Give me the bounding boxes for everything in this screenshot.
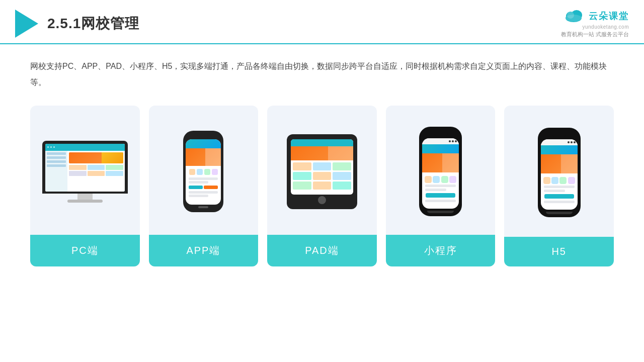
h5-image-area [504,106,614,237]
h5-icon-2 [551,177,558,184]
app-btn-row [187,185,219,190]
page-title: 2.5.1网校管理 [47,14,139,33]
miniprogram-image-area [386,106,496,235]
mini-icon-3 [441,176,448,183]
pad-tablet-mockup [287,134,357,209]
h5-phone-outer [538,128,581,217]
pc-label: PC端 [30,235,140,266]
pad-row-2 [293,172,351,180]
app-screen-banner [186,148,221,166]
h5-label: H5 [504,237,614,266]
header-left: 2.5.1网校管理 [15,10,139,38]
pad-card-5 [313,172,332,180]
app-line-3 [189,191,218,194]
h5-icon-3 [559,177,567,184]
pc-sidebar-item-2 [47,156,66,159]
h5-status-2 [571,141,573,143]
pc-screen-outer [42,141,128,194]
h5-btn [544,194,574,199]
pad-tablet-outer [287,134,357,209]
app-phone-home [198,206,208,208]
pc-card-3 [106,165,123,170]
h5-notch-area [541,134,578,137]
main-content: 网校支持PC、APP、PAD、小程序、H5，实现多端打通，产品各终端自由切换，数… [0,44,644,277]
h5-icon-1 [543,177,550,184]
pad-card-2 [313,162,332,170]
mini-top-bar [422,144,459,153]
h5-status-3 [574,141,576,143]
pad-tablet-screen [291,139,353,195]
pad-card-4 [293,172,311,180]
h5-banner [541,154,578,173]
mini-banner [422,153,459,172]
brand-logo-top: 云朵课堂 [564,9,629,23]
app-line-1 [189,177,218,180]
mini-notch-area [422,133,459,136]
app-icon-row [187,167,219,176]
mini-icon-row [424,176,457,183]
pad-row-1 [293,162,351,170]
pc-mockup [42,141,128,203]
miniprogram-label: 小程序 [386,235,496,266]
app-line-4 [189,195,208,197]
pc-card-4 [69,171,87,176]
pc-dot-2 [50,146,52,148]
pc-row-1 [69,165,123,170]
h5-line-1 [544,186,575,188]
app-icon-1 [189,169,195,175]
header: 2.5.1网校管理 云朵课堂 yunduoketang.com 教育机构一站 式… [0,0,644,44]
pad-card-8 [313,182,332,190]
pc-dot-3 [53,146,55,148]
h5-top-bar [541,145,578,154]
pad-card-6 [333,172,351,180]
header-right: 云朵课堂 yunduoketang.com 教育机构一站 式服务云平台 [561,9,629,38]
cards-container: PC端 [30,106,614,266]
brand-name: 云朵课堂 [589,10,629,22]
pc-card-2 [88,165,105,170]
h5-line-3 [544,201,575,203]
pad-top-bar [291,139,353,146]
pc-sidebar-item-4 [47,164,66,167]
h5-icon-row [543,177,576,184]
mini-status-bar [422,138,459,144]
pad-card-1 [293,162,311,170]
pc-content-area [45,151,125,192]
h5-icon-4 [568,177,575,184]
pad-card: PAD端 [267,106,377,266]
pc-base [67,200,103,203]
mini-content [422,172,459,206]
h5-phone-mockup [538,128,581,217]
app-icon-2 [197,169,203,175]
h5-status-1 [568,141,570,143]
pc-top-bar [45,144,125,151]
brand-tagline: 教育机构一站 式服务云平台 [561,31,629,38]
pc-row-2 [69,171,123,176]
h5-phone-screen [541,139,578,210]
app-screen-top [186,139,221,148]
pc-card-6 [106,171,123,176]
pad-card-9 [333,182,351,190]
svg-point-4 [567,12,574,19]
description-text: 网校支持PC、APP、PAD、小程序、H5，实现多端打通，产品各终端自由切换，数… [30,58,614,90]
app-line-2 [189,181,208,184]
h5-notch [552,134,566,137]
pc-screen-content [45,144,125,192]
app-phone-mockup [183,131,223,212]
pc-banner [69,152,123,163]
pc-stand [77,194,93,200]
h5-card: H5 [504,106,614,266]
cloud-icon [564,9,586,23]
mini-line-2 [425,189,446,191]
pc-dot-1 [47,146,49,148]
pad-banner [291,146,353,160]
mini-line-3 [425,200,456,202]
pad-card-3 [333,162,351,170]
pad-home-btn [318,196,326,204]
pc-image-area [30,106,140,235]
mini-btn [426,193,455,198]
pad-image-area [267,106,377,235]
mini-icon-2 [433,176,440,183]
mini-line-1 [425,185,456,187]
pad-label: PAD端 [267,235,377,266]
mini-status-2 [452,140,454,142]
